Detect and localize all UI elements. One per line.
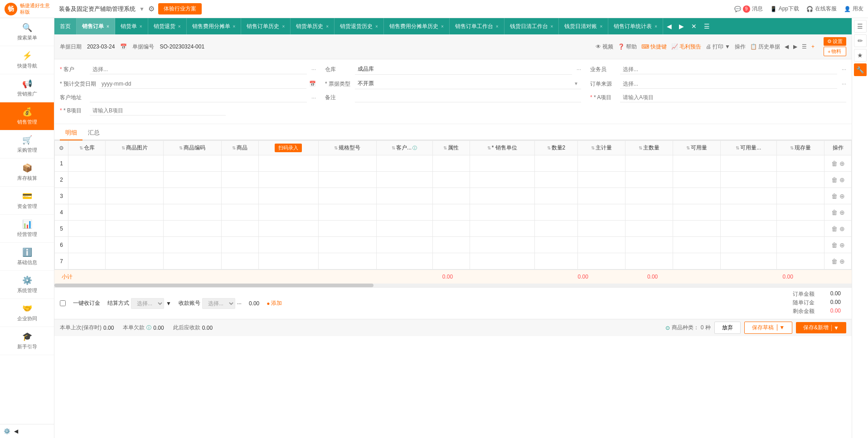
row-4-sales-unit[interactable] [470,204,534,221]
tab-expense-history-close[interactable]: × [441,24,444,29]
row-1-qty2[interactable] [534,155,577,172]
sidebar-collapse-icon[interactable]: ◀ [14,428,18,434]
row-2-available-detail[interactable] [720,172,776,188]
tab-sales-return[interactable]: 销货退货 × [148,18,187,34]
row-2-spec[interactable] [318,172,376,188]
row-3-spec[interactable] [318,188,376,204]
tab-home[interactable]: 首页 [54,18,77,34]
sidebar-item-finance[interactable]: 💳 资金管理 [0,187,54,215]
row-5-sales-unit[interactable] [470,221,534,237]
row-1-copy-icon[interactable]: ⊕ [839,160,845,167]
row-3-product[interactable] [221,188,258,204]
row-6-attributes[interactable] [432,237,470,253]
delivery-date-input[interactable] [99,79,306,89]
salesperson-input[interactable] [620,65,837,74]
row-2-main-qty[interactable] [625,172,673,188]
tab-return-history[interactable]: 销货退货历史 × [335,18,384,34]
tab-cash-reconcile-close[interactable]: × [600,24,602,29]
online-service-item[interactable]: 🎧 在线客服 [806,5,837,13]
add-payment-btn[interactable]: ● 添加 [267,299,281,307]
row-6-warehouse[interactable] [68,237,106,253]
customer-address-expand-btn[interactable]: ··· [311,95,316,101]
row-4-customer-code[interactable] [376,204,432,221]
row-1-product[interactable] [221,155,258,172]
row-4-delete-icon[interactable]: 🗑 [831,209,838,216]
tab-sales-invoice-history[interactable]: 销货单历史 × [291,18,335,34]
save-draft-btn[interactable]: 保存草稿 ▼ [744,322,792,334]
sidebar-item-inventory[interactable]: 📦 库存核算 [0,159,54,187]
row-4-product[interactable] [221,204,258,221]
row-1-main-unit[interactable] [577,155,625,172]
tab-cash-workbench-close[interactable]: × [551,24,553,29]
account-select[interactable]: 选择... [202,298,235,309]
tab-sales-stats-close[interactable]: × [655,24,657,29]
row-2-main-unit[interactable] [577,172,625,188]
row-4-available[interactable] [673,204,720,221]
row-7-delete-icon[interactable]: 🗑 [831,258,838,265]
tab-order-workbench-close[interactable]: × [496,24,499,29]
tab-next-btn[interactable]: ▶ [675,18,688,34]
row-3-main-unit[interactable] [577,188,625,204]
save-draft-dropdown-icon[interactable]: ▼ [777,324,785,331]
row-7-qty2[interactable] [534,253,577,270]
history-btn[interactable]: 📋 历史单据 [750,43,780,51]
row-6-main-unit[interactable] [577,237,625,253]
tab-cash-reconcile[interactable]: 钱货日清对账 × [559,18,608,34]
row-5-main-unit[interactable] [577,221,625,237]
row-5-warehouse[interactable] [68,221,106,237]
row-7-warehouse[interactable] [68,253,106,270]
detail-tab-summary[interactable]: 汇总 [82,126,105,140]
row-7-customer-code[interactable] [376,253,432,270]
tab-return-history-close[interactable]: × [375,24,378,29]
row-6-main-qty[interactable] [625,237,673,253]
tab-sales-invoice-history-close[interactable]: × [326,24,329,29]
nav-prev-btn[interactable]: ◀ [785,43,789,50]
user-item[interactable]: 👤 用友 [844,5,863,13]
row-2-qty2[interactable] [534,172,577,188]
nav-next-btn[interactable]: ▶ [793,43,797,50]
row-6-available[interactable] [673,237,720,253]
sidebar-item-guide[interactable]: 🎓 新手引导 [0,327,54,355]
detail-tab-items[interactable]: 明细 [60,126,82,140]
row-3-copy-icon[interactable]: ⊕ [839,193,845,200]
b-project-input[interactable] [90,106,226,116]
row-7-copy-icon[interactable]: ⊕ [839,258,845,265]
order-source-expand-btn[interactable]: ··· [842,81,846,87]
tab-sales-stats[interactable]: 销售订单统计表 × [608,18,663,34]
row-2-copy-icon[interactable]: ⊕ [839,176,845,183]
tab-sales-expense-close[interactable]: × [233,24,236,29]
dropdown-arrow-icon[interactable]: ▼ [139,6,145,12]
row-1-warehouse[interactable] [68,155,106,172]
row-5-available[interactable] [673,221,720,237]
row-1-product-code[interactable] [163,155,221,172]
tab-expense-history[interactable]: 销售费用分摊单历史 × [384,18,450,34]
row-7-main-unit[interactable] [577,253,625,270]
row-2-warehouse[interactable] [68,172,106,188]
row-3-available-detail[interactable] [720,188,776,204]
scan-input-btn[interactable]: 扫码录入 [275,144,302,152]
row-5-main-qty[interactable] [625,221,673,237]
row-4-current-stock[interactable] [776,204,824,221]
profit-btn[interactable]: 📈 毛利预告 [671,43,701,51]
col-settings-icon[interactable]: ⚙ [59,145,64,151]
right-panel-icon-2[interactable]: ✏ [854,34,867,47]
list-view-btn[interactable]: ☰ [802,43,807,50]
row-3-qty2[interactable] [534,188,577,204]
row-5-product[interactable] [221,221,258,237]
row-4-product-code[interactable] [163,204,221,221]
sidebar-item-quick-nav[interactable]: ⚡ 快捷导航 [0,46,54,74]
print-btn[interactable]: 🖨 打印 ▼ [706,43,730,51]
operation-btn[interactable]: 操作 [735,43,746,51]
sidebar-item-system[interactable]: ⚙️ 系统管理 [0,271,54,299]
row-2-delete-icon[interactable]: 🗑 [831,176,838,183]
row-6-spec[interactable] [318,237,376,253]
row-4-main-qty[interactable] [625,204,673,221]
row-4-attributes[interactable] [432,204,470,221]
sidebar-item-operations[interactable]: 📊 经营管理 [0,215,54,243]
row-7-available[interactable] [673,253,720,270]
row-1-available-detail[interactable] [720,155,776,172]
row-3-available[interactable] [673,188,720,204]
help-btn[interactable]: ❓ 帮助 [618,43,637,51]
row-7-product[interactable] [221,253,258,270]
row-4-warehouse[interactable] [68,204,106,221]
